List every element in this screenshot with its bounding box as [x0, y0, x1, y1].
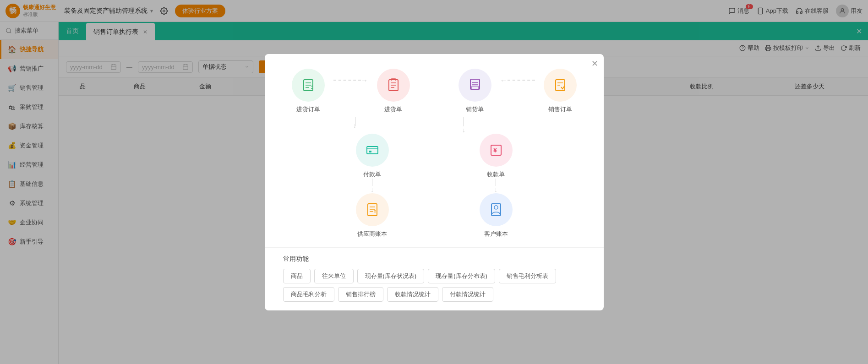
customer-label: 客户账本: [484, 230, 508, 238]
func-btn-stock-dist[interactable]: 现存量(库存分布表): [428, 269, 495, 283]
svg-rect-35: [369, 151, 371, 152]
sale-bill-circle: [459, 69, 491, 102]
flow-node-sale-bill[interactable]: 销货单: [450, 69, 500, 114]
flow-row-3: 供应商账本 客户账本: [283, 193, 585, 238]
purchase-order-circle: [292, 69, 325, 102]
func-btn-party[interactable]: 往来单位: [314, 269, 354, 283]
receipt-circle: ¥: [480, 134, 513, 167]
flow-node-customer[interactable]: 客户账本: [471, 193, 521, 238]
svg-rect-38: [368, 204, 377, 216]
modal-overlay[interactable]: ✕ 进货订单: [0, 0, 868, 364]
common-func-title: 常用功能: [283, 255, 585, 263]
func-btn-sale-margin[interactable]: 销售毛利分析表: [499, 269, 556, 283]
customer-circle: [480, 193, 513, 226]
sale-bill-label: 销货单: [466, 105, 484, 114]
func-btn-sale-rank[interactable]: 销售排行榜: [338, 287, 383, 302]
svg-text:¥: ¥: [493, 147, 497, 154]
purchase-bill-circle: [377, 69, 410, 102]
func-btn-receipt-stat[interactable]: 收款情况统计: [387, 287, 438, 302]
arrow-row-vertical: ↓ ↓: [283, 117, 585, 134]
payment-label: 付款单: [363, 170, 381, 179]
func-btn-product-margin[interactable]: 商品毛利分析: [283, 287, 334, 302]
func-btn-list: 商品 往来单位 现存量(库存状况表) 现存量(库存分布表) 销售毛利分析表 商品…: [283, 269, 585, 302]
sale-order-label: 销售订单: [548, 105, 572, 114]
sale-order-circle: [544, 69, 577, 102]
func-btn-stock-status[interactable]: 现存量(库存状况表): [357, 269, 425, 283]
flow-node-payment[interactable]: 付款单: [347, 134, 398, 179]
supplier-label: 供应商账本: [357, 230, 387, 238]
modal-scrollbar-area: ◀ ▶: [265, 309, 604, 310]
purchase-bill-label: 进货单: [384, 105, 402, 114]
func-btn-payment-stat[interactable]: 付款情况统计: [442, 287, 493, 302]
arrow-2: ←: [500, 76, 535, 106]
flow-node-supplier[interactable]: 供应商账本: [347, 193, 398, 238]
supplier-circle: [356, 193, 389, 226]
svg-rect-33: [367, 147, 378, 154]
payment-circle: [356, 134, 389, 167]
flow-node-sale-order[interactable]: 销售订单: [535, 69, 585, 114]
flow-node-purchase-bill[interactable]: 进货单: [368, 69, 419, 114]
flow-row-2: 付款单 ¥ 收款单: [283, 134, 585, 179]
svg-point-43: [494, 206, 498, 209]
flow-node-receipt[interactable]: ¥ 收款单: [471, 134, 521, 179]
purchase-order-label: 进货订单: [296, 105, 320, 114]
flow-area: 进货订单 →: [265, 54, 604, 247]
common-func-section: 常用功能 商品 往来单位 现存量(库存状况表) 现存量(库存分布表) 销售毛利分…: [265, 247, 604, 309]
arrow-row-2: ↓ ↓: [283, 179, 585, 193]
flow-node-purchase-order[interactable]: 进货订单: [283, 69, 333, 114]
func-btn-product[interactable]: 商品: [283, 269, 311, 283]
arrow-1: →: [333, 76, 368, 106]
modal-close-button[interactable]: ✕: [591, 59, 598, 69]
flow-row-1: 进货订单 →: [283, 69, 585, 114]
modal-box: ✕ 进货订单: [265, 54, 604, 310]
receipt-label: 收款单: [487, 170, 505, 179]
